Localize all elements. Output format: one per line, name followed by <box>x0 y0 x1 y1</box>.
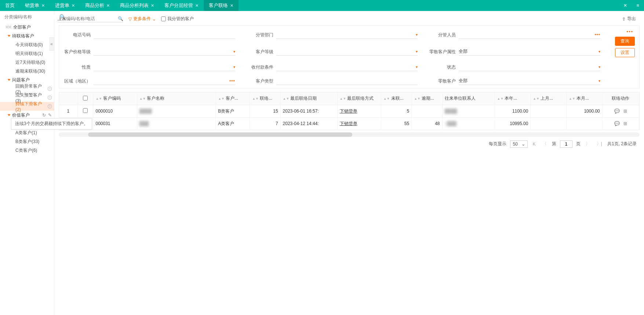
customer-table: ▲▼客户编码 ▲▼客户名称 ▲▼客户... ▲▼联络... ▲▼最后联络日期 ▲… <box>59 92 640 130</box>
tab-customer-contact[interactable]: 客户联络✕ <box>204 0 239 11</box>
nature-select[interactable]: ▾ <box>94 63 235 71</box>
chat-icon[interactable]: 💬 <box>614 121 620 126</box>
retail-select[interactable]: 全部▾ <box>459 77 600 85</box>
tab-customer-tier[interactable]: 客户分层经营✕ <box>159 0 204 11</box>
last-page-button[interactable]: 〉| <box>595 141 604 147</box>
qr-icon[interactable]: ⊞ <box>623 121 627 126</box>
close-icon[interactable]: ✕ <box>195 3 199 8</box>
edit-icon[interactable]: ✎ <box>48 113 52 118</box>
last-way-link[interactable]: 下销货单 <box>340 109 357 114</box>
sidebar-search-input[interactable] <box>4 14 59 19</box>
col-last-way[interactable]: ▲▼最后联络方式 <box>337 92 381 105</box>
help-icon[interactable]: ? <box>48 95 52 100</box>
col-name[interactable]: ▲▼客户名称 <box>137 92 216 105</box>
select-all-checkbox[interactable] <box>83 96 88 100</box>
export-button[interactable]: ⇪导出 <box>622 16 636 22</box>
col-unit-contact[interactable]: 往来单位联系人 <box>442 92 495 105</box>
refresh-icon[interactable]: ↻ <box>42 113 46 118</box>
col-last-date[interactable]: ▲▼最后联络日期 <box>280 92 337 105</box>
filter-label: 分管部门 <box>246 32 276 38</box>
more-filters-toggle[interactable]: ▽更多条件⌄ <box>128 16 156 22</box>
close-icon[interactable]: ✕ <box>230 3 233 8</box>
search-icon[interactable]: 🔍 <box>59 14 66 20</box>
region-picker[interactable]: ••• <box>94 77 235 85</box>
tab-home[interactable]: 首页 <box>0 0 20 11</box>
price-level-select[interactable]: ▾ <box>94 48 235 56</box>
window-menu-button[interactable]: ≡ <box>632 0 644 11</box>
sort-icon: ▲▼ <box>283 98 290 100</box>
sidebar-collapse-button[interactable]: « <box>49 37 54 51</box>
table-row[interactable]: 1 0000010 ████ B类客户 15 2023-06-01 16:57:… <box>59 105 639 117</box>
last-way-link[interactable]: 下销货单 <box>340 121 357 126</box>
tab-sales[interactable]: 销货单✕ <box>20 0 50 11</box>
tree-item[interactable]: 逾期未联络(30) <box>0 67 54 76</box>
close-icon[interactable]: ✕ <box>41 3 45 8</box>
more-icon[interactable]: ••• <box>626 29 635 34</box>
pay-terms-select[interactable]: ▾ <box>276 63 418 71</box>
col-index[interactable] <box>59 92 77 105</box>
settings-button[interactable]: 设置 <box>615 48 635 57</box>
cust-type-input[interactable] <box>276 77 418 85</box>
horizontal-scrollbar[interactable] <box>59 132 640 137</box>
tree-item[interactable]: 近7天待联络(0) <box>0 58 54 67</box>
tree-item[interactable]: C类客户(6) <box>0 146 54 155</box>
prev-page-button[interactable]: 〈 <box>541 141 548 147</box>
main-search-input[interactable] <box>57 16 118 21</box>
search-icon[interactable]: 🔍 <box>118 16 123 21</box>
chevron-down-icon: ⌄ <box>521 142 525 147</box>
col-action: 联络动作 <box>602 92 639 105</box>
scrollbar-thumb[interactable] <box>88 132 352 137</box>
status-select[interactable]: ▾ <box>459 63 600 71</box>
pagination: 每页显示 50⌄ K 〈 第 页 〉 〉| 共1页, 2条记录 <box>54 137 644 151</box>
sort-icon: ▲▼ <box>383 98 390 100</box>
page-input[interactable] <box>560 140 572 148</box>
qr-icon[interactable]: ⊞ <box>623 109 627 114</box>
help-icon[interactable]: ? <box>48 87 52 91</box>
person-picker[interactable]: ••• <box>459 31 600 39</box>
first-page-button[interactable]: K <box>531 142 537 147</box>
close-icon[interactable]: ✕ <box>151 3 154 8</box>
tree-root[interactable]: ⁙⁙全部客户 <box>0 23 54 32</box>
close-icon[interactable]: ✕ <box>106 3 110 8</box>
tree-item-declining[interactable]: 持续下滑客户(2)? <box>0 102 54 111</box>
window-close-button[interactable]: ✕ <box>619 0 632 11</box>
more-icon: ••• <box>594 32 600 37</box>
retail-attr-select[interactable]: 全部▾ <box>459 48 600 56</box>
chevron-down-icon: ▾ <box>598 50 600 54</box>
tree-item[interactable]: B类客户(33) <box>0 137 54 146</box>
help-icon[interactable]: ? <box>48 104 52 109</box>
phone-input[interactable] <box>94 31 235 39</box>
query-button[interactable]: 查询 <box>615 37 635 46</box>
tree-group-pending[interactable]: 待联络客户 <box>0 32 54 40</box>
col-code[interactable]: ▲▼客户编码 <box>93 92 137 105</box>
col-level[interactable]: ▲▼客户... <box>216 92 250 105</box>
filter-label: 零散客户 <box>429 78 459 84</box>
col-last-month[interactable]: ▲▼上月... <box>531 92 567 105</box>
tab-product-list[interactable]: 商品分析列表✕ <box>115 0 159 11</box>
col-check[interactable] <box>77 92 93 105</box>
col-this-month[interactable]: ▲▼本月... <box>567 92 603 105</box>
col-no-contact[interactable]: ▲▼未联... <box>381 92 411 105</box>
row-checkbox[interactable] <box>83 108 88 113</box>
chat-icon[interactable]: 💬 <box>614 109 620 114</box>
close-icon[interactable]: ✕ <box>72 3 75 8</box>
dept-select[interactable]: ▾ <box>276 31 418 39</box>
my-customers-checkbox[interactable]: 我分管的客户 <box>161 16 194 22</box>
col-contact[interactable]: ▲▼联络... <box>250 92 280 105</box>
table-row[interactable]: 2 000031 ███ A类客户 7 2023-04-12 14:44: 下销… <box>59 117 639 130</box>
cust-level-select[interactable]: ▾ <box>276 48 418 56</box>
tab-product-analysis[interactable]: 商品分析✕ <box>80 0 115 11</box>
tab-purchase[interactable]: 进货单✕ <box>50 0 80 11</box>
tree-item[interactable]: A类客户(1) <box>0 128 54 137</box>
col-overdue[interactable]: ▲▼逾期... <box>412 92 442 105</box>
caret-down-icon <box>8 35 11 37</box>
more-icon: ••• <box>229 78 235 84</box>
filter-icon: ▽ <box>128 17 132 22</box>
chevron-down-icon: ▾ <box>416 33 418 37</box>
page-size-select[interactable]: 50⌄ <box>510 140 527 148</box>
tab-bar: 首页 销货单✕ 进货单✕ 商品分析✕ 商品分析列表✕ 客户分层经营✕ 客户联络✕… <box>0 0 644 11</box>
tree-item[interactable]: 明天待联络(1) <box>0 49 54 58</box>
col-year[interactable]: ▲▼本年... <box>495 92 531 105</box>
next-page-button[interactable]: 〉 <box>584 141 592 147</box>
tree-item[interactable]: 今天待联络(0) <box>0 40 54 49</box>
